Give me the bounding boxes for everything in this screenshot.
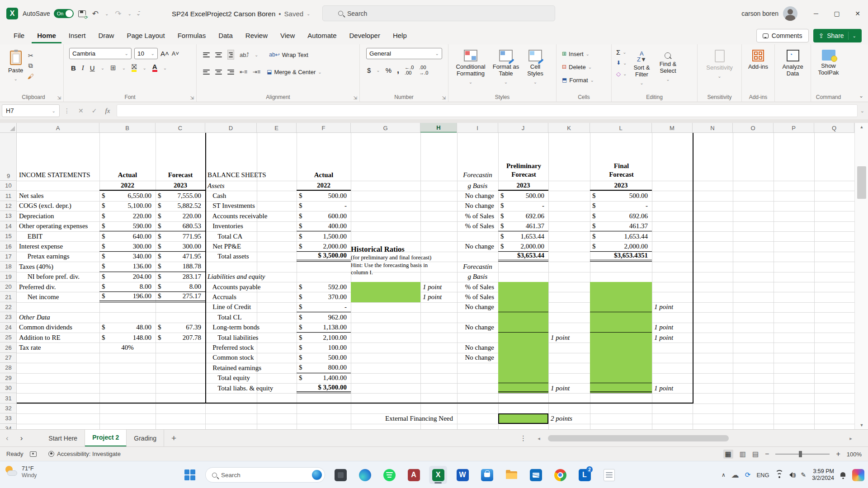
font-size-combo[interactable]: 10⌄ [134, 48, 158, 59]
cell-A19[interactable]: NI before pref. div. [17, 272, 99, 282]
zoom-slider-thumb[interactable] [799, 451, 802, 457]
cell-I18[interactable]: Forecastin [457, 262, 498, 272]
scroll-right-icon[interactable]: ▸ [846, 436, 855, 441]
cell-M24[interactable]: 1 point [652, 323, 693, 333]
cell-F23[interactable]: $962.00 [297, 312, 351, 322]
cell-D12[interactable]: ST Investments [205, 201, 297, 211]
horizontal-scroll-thumb[interactable] [548, 435, 729, 441]
formula-bar-expand-icon[interactable]: ⌄ [860, 108, 868, 114]
cell-D20[interactable]: Accounts payable [205, 282, 297, 292]
decrease-decimal-icon[interactable]: .00→.0 [419, 65, 428, 75]
cell-L13[interactable]: $692.06 [590, 211, 652, 221]
cell-H21[interactable]: 1 point [420, 292, 457, 302]
cell-A24[interactable]: Common dividends [17, 323, 99, 333]
cell-J16[interactable]: $2,000.00 [498, 241, 548, 251]
close-button[interactable]: ✕ [847, 0, 868, 27]
column-header-O[interactable]: O [733, 123, 774, 133]
autosum-button[interactable]: Σ⌄ [616, 48, 627, 56]
cell-F26[interactable]: $100.00 [297, 343, 351, 352]
column-header-H[interactable]: H [420, 123, 457, 133]
access-icon[interactable]: A [405, 466, 423, 484]
redo-chevron-icon[interactable]: ⌄ [128, 11, 132, 16]
decrease-font-icon[interactable]: A˅ [172, 50, 179, 57]
row-header-17[interactable]: 17 [0, 252, 17, 262]
cell-L16[interactable]: $2,000.00 [590, 241, 652, 251]
paste-button[interactable]: Paste ⌄ [8, 47, 23, 82]
cell-F29[interactable]: $1,400.00 [297, 373, 351, 383]
alignment-dialog-launcher-icon[interactable]: ⇲ [354, 95, 357, 100]
underline-button[interactable]: U [90, 64, 95, 72]
cell-C10[interactable]: 2023 [156, 181, 205, 191]
column-header-Q[interactable]: Q [814, 123, 854, 133]
sheet-grid[interactable]: Historical Ratios (for preliminary and f… [17, 133, 854, 429]
row-header-34[interactable]: 34 [0, 424, 17, 429]
number-format-combo[interactable]: General⌄ [366, 48, 442, 59]
sheet-tab-menu-icon[interactable]: ⋮ [520, 430, 527, 447]
align-middle-icon[interactable] [215, 51, 222, 58]
cell-C14[interactable]: $680.53 [156, 221, 205, 231]
cell-L14[interactable]: $461.37 [590, 221, 652, 231]
cell-J33[interactable] [498, 413, 548, 423]
cell-B11[interactable]: $6,550.00 [99, 191, 156, 201]
cell-A20[interactable]: Preferred div. [17, 282, 99, 292]
row-header-11[interactable]: 11 [0, 191, 17, 201]
row-header-25[interactable]: 25 [0, 333, 17, 343]
cell-A16[interactable]: Interest expense [17, 241, 99, 251]
cell-D13[interactable]: Accounts receivable [205, 211, 297, 221]
tray-expand-icon[interactable]: ∧ [722, 472, 726, 478]
cell-J30[interactable] [498, 383, 548, 393]
document-title[interactable]: SP24 ExcelProject2 Carson Boren • Saved … [172, 0, 311, 27]
cell-I21[interactable]: % of Sales [457, 292, 498, 302]
tab-formulas[interactable]: Formulas [172, 28, 212, 43]
title-chevron-icon[interactable]: ⌄ [307, 11, 310, 16]
cell-F17[interactable]: $ 3,500.00 [297, 252, 351, 262]
chrome-icon[interactable] [551, 466, 569, 484]
cell-A26[interactable]: Tax rate [17, 343, 99, 352]
cell-A21[interactable]: Net income [17, 292, 99, 302]
tab-home[interactable]: Home [32, 28, 61, 43]
tab-developer[interactable]: Developer [344, 28, 386, 43]
borders-icon[interactable]: ⊞ [110, 64, 116, 72]
italic-button[interactable]: I [82, 64, 84, 72]
cell-B19[interactable]: $204.00 [99, 272, 156, 282]
search-input[interactable]: Search [322, 5, 555, 21]
cell-D14[interactable]: Inventories [205, 221, 297, 231]
tab-help[interactable]: Help [387, 28, 412, 43]
column-header-N[interactable]: N [693, 123, 733, 133]
cell-J10[interactable]: 2023 [498, 181, 548, 191]
align-bottom-icon[interactable] [227, 50, 234, 60]
sheet-tab-start-here[interactable]: Start Here [41, 430, 85, 447]
bold-button[interactable]: B [71, 64, 76, 72]
volume-icon[interactable]: ))) [789, 472, 795, 478]
align-top-icon[interactable] [203, 51, 210, 58]
insert-function-icon[interactable]: fx [101, 107, 114, 115]
comments-button[interactable]: Comments [756, 29, 809, 42]
sheet-nav-left-icon[interactable]: ‹ [0, 434, 14, 443]
cell-I22[interactable]: No change [457, 302, 498, 312]
cell-K33[interactable]: 2 points [548, 413, 590, 423]
cell-D22[interactable]: Line of Credit [205, 302, 297, 312]
cell-F16[interactable]: $2,000.00 [297, 241, 351, 251]
cell-C19[interactable]: $283.17 [156, 272, 205, 282]
cell-B16[interactable]: $300.00 [99, 241, 156, 251]
cell-B15[interactable]: $640.00 [99, 231, 156, 241]
word-icon[interactable]: W [453, 466, 472, 484]
outlook-icon[interactable] [527, 466, 545, 484]
cut-icon[interactable]: ✂ [27, 52, 34, 59]
cell-A18[interactable]: Taxes (40%) [17, 262, 99, 272]
cell-L20[interactable] [590, 282, 652, 312]
name-box[interactable]: H7 ⌄ [2, 104, 60, 117]
zoom-slider[interactable] [775, 454, 830, 455]
row-header-20[interactable]: 20 [0, 282, 17, 292]
collapse-ribbon-icon[interactable]: ⌄ [859, 93, 863, 99]
row-header-10[interactable]: 10 [0, 181, 17, 191]
cell-F14[interactable]: $400.00 [297, 221, 351, 231]
cell-F30[interactable]: $ 3,500.00 [297, 383, 351, 393]
merge-center-button[interactable]: ⬓ Merge & Center ⌄ [267, 66, 322, 78]
cell-A14[interactable]: Other operating expenses [17, 221, 99, 231]
column-header-I[interactable]: I [457, 123, 498, 133]
cell-F22[interactable]: $- [297, 302, 351, 312]
cell-J9[interactable]: Preliminary Forecast [498, 133, 548, 181]
cell-I20[interactable]: % of Sales [457, 282, 498, 292]
cell-C9[interactable]: Forecast [156, 133, 205, 181]
